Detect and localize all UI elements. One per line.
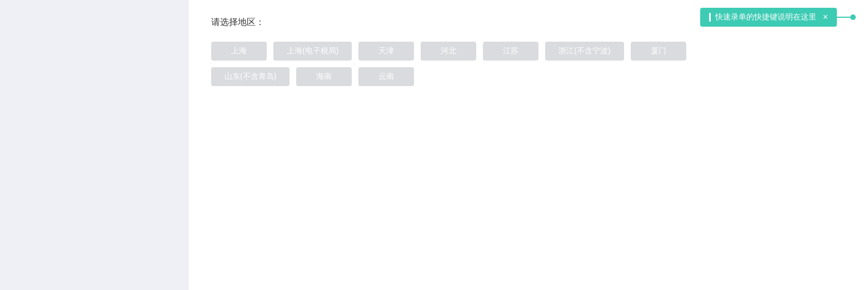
tooltip-close-button[interactable]: × <box>821 13 828 22</box>
connector-line <box>837 17 850 18</box>
region-row-1: 上海 上海(电子税局) 天津 河北 江苏 浙江(不含宁波) 厦门 <box>211 42 846 61</box>
region-btn-shanghai-etax[interactable]: 上海(电子税局) <box>273 42 352 61</box>
region-row-2: 山东(不含青岛) 海南 云南 <box>211 67 846 86</box>
main-content: 请选择地区： 上海 上海(电子税局) 天津 河北 江苏 浙江(不含宁波) 厦门 … <box>189 0 868 290</box>
region-btn-tianjin[interactable]: 天津 <box>358 42 414 61</box>
dot-indicator <box>850 14 856 20</box>
region-btn-zhejiang[interactable]: 浙江(不含宁波) <box>545 42 623 61</box>
left-sidebar <box>0 0 189 290</box>
tooltip-banner: 快速录单的快捷键说明在这里 × <box>700 8 837 27</box>
tooltip-bar <box>709 13 711 22</box>
region-btn-hainan[interactable]: 海南 <box>296 67 352 86</box>
region-btn-shandong[interactable]: 山东(不含青岛) <box>211 67 290 86</box>
region-btn-jiangsu[interactable]: 江苏 <box>483 42 538 61</box>
tooltip-text: 快速录单的快捷键说明在这里 <box>715 12 816 22</box>
region-btn-shanghai[interactable]: 上海 <box>211 42 267 61</box>
region-btn-xiamen[interactable]: 厦门 <box>631 42 686 61</box>
region-btn-hebei[interactable]: 河北 <box>421 42 476 61</box>
region-btn-yunnan[interactable]: 云南 <box>358 67 414 86</box>
